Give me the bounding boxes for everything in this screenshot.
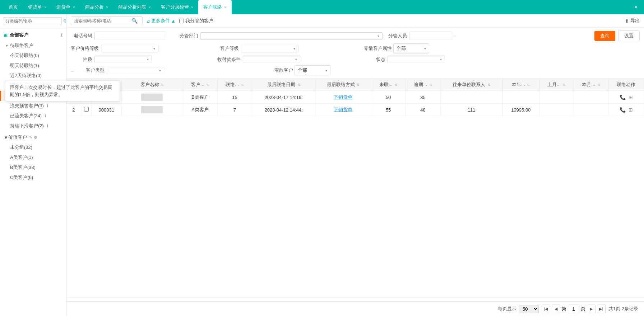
col-customer-type-header[interactable]: 客户... ⇅: [183, 79, 217, 91]
zero-retail-attr-select[interactable]: 全部 ▾: [393, 43, 429, 53]
nav-purchase-close[interactable]: ×: [73, 5, 75, 9]
filter-search-icon[interactable]: 🔍: [131, 18, 138, 24]
col-customer-type-sort-icon[interactable]: ⇅: [206, 83, 209, 87]
col-last-contact-date-sort-icon[interactable]: ⇅: [297, 83, 300, 87]
row2-grid-icon[interactable]: ⊞: [629, 107, 633, 113]
col-unit-contact-sort-icon[interactable]: ⇅: [487, 83, 490, 87]
sidebar-declining[interactable]: 持续下滑客户(2) ℹ: [0, 121, 66, 131]
sidebar-ungrouped[interactable]: 未分组(32): [0, 142, 66, 152]
col-contact-header[interactable]: 联络... ⇅: [217, 79, 252, 91]
nav-customer-contact[interactable]: 客户联络 ×: [198, 0, 231, 14]
nav-customer-tier-close[interactable]: ×: [191, 5, 193, 9]
row2-check[interactable]: [81, 104, 92, 116]
sidebar-lost-predicted[interactable]: 流失预警客户(3) ℹ: [0, 101, 66, 111]
settings-button[interactable]: 设置: [618, 30, 640, 41]
sidebar-all-customers[interactable]: ⊞ 全部客户 《: [0, 30, 66, 41]
export-btn[interactable]: ⬆ 导出: [625, 18, 640, 24]
nav-product-analysis-list[interactable]: 商品分析列表 ×: [113, 0, 156, 14]
c-class-label: C类客户(6): [10, 175, 33, 180]
col-name-sort-icon[interactable]: ⇅: [161, 83, 164, 87]
phone-input[interactable]: [94, 32, 166, 40]
info-icon4[interactable]: ℹ: [47, 124, 48, 128]
row1-contact-method-link[interactable]: 下销货单: [334, 94, 352, 100]
sidebar-value-group[interactable]: ▼ 价值客户 ✎ ⚙: [0, 132, 66, 142]
nav-product-analysis[interactable]: 商品分析 ×: [80, 0, 113, 14]
col-overdue-header[interactable]: 逾期... ⇅: [406, 79, 440, 91]
col-last-month-header[interactable]: 上月... ⇅: [539, 79, 574, 91]
col-this-year-header[interactable]: 本年... ⇅: [502, 79, 539, 91]
sidebar-a-class[interactable]: A类客户(1): [0, 152, 66, 162]
col-last-contact-method-header[interactable]: 最后联络方式 ⇅: [315, 79, 371, 91]
first-page-btn[interactable]: |◀: [542, 305, 550, 313]
window-close-button[interactable]: ×: [631, 4, 640, 10]
col-this-year-sort-icon[interactable]: ⇅: [527, 83, 530, 87]
nav-purchase[interactable]: 进货单 ×: [51, 0, 80, 14]
nav-customer-contact-close[interactable]: ×: [224, 5, 226, 9]
row1-last-contact-method[interactable]: 下销货单: [315, 91, 371, 104]
zero-retail-select2[interactable]: 全部 ▾: [295, 65, 330, 75]
page-number-input[interactable]: [568, 305, 579, 313]
col-last-contact-method-sort-icon[interactable]: ⇅: [357, 83, 360, 87]
nav-sales[interactable]: 销货单 ×: [23, 0, 51, 14]
col-uncontacted-header[interactable]: 未联... ⇅: [371, 79, 406, 91]
person-input[interactable]: [409, 32, 452, 40]
row2-checkbox[interactable]: [84, 107, 89, 112]
price-grade-select[interactable]: ▾: [101, 45, 158, 52]
col-this-month-header[interactable]: 本月... ⇅: [574, 79, 608, 91]
row1-grid-icon[interactable]: ⊞: [629, 94, 633, 100]
today-pending-label: 今天待联络(0): [10, 53, 39, 58]
col-overdue-sort-icon[interactable]: ⇅: [429, 83, 432, 87]
sidebar-search-icon[interactable]: 🔍: [63, 19, 66, 24]
sidebar-today-pending[interactable]: 今天待联络(0): [0, 51, 66, 61]
per-page-select[interactable]: 50 100 200: [519, 305, 539, 313]
dept-select[interactable]: ▾: [200, 32, 383, 40]
row2-contact-method-link[interactable]: 下销货单: [334, 107, 352, 112]
config-icon[interactable]: ⚙: [34, 135, 37, 140]
col-last-contact-date-header[interactable]: 最后联络日期 ⇅: [252, 79, 315, 91]
sidebar-b-class[interactable]: B类客户(33): [0, 162, 66, 173]
nav-customer-tier[interactable]: 客户分层经营 ×: [156, 0, 198, 14]
zero-retail-label2: 零散客户: [274, 67, 293, 74]
col-name-header[interactable]: 客户名称 ⇅: [121, 79, 183, 91]
col-contact-sort-icon[interactable]: ⇅: [241, 83, 244, 87]
horizontal-scrollbar[interactable]: [66, 297, 644, 301]
info-icon3[interactable]: ℹ: [45, 114, 46, 118]
sidebar-week-pending[interactable]: 近7天待联络(0): [0, 71, 66, 81]
query-button[interactable]: 查询: [594, 31, 615, 41]
grade-select[interactable]: ▾: [241, 45, 298, 52]
more-conditions-btn[interactable]: ⊿ 更多条件 ▲: [146, 18, 176, 24]
customer-type-select[interactable]: ▾: [107, 67, 164, 74]
status-select[interactable]: ▾: [388, 56, 445, 63]
search-input[interactable]: [74, 18, 131, 23]
col-this-month-sort-icon[interactable]: ⇅: [597, 83, 600, 87]
sidebar-already-lost[interactable]: 已流失客户(24) ℹ: [0, 111, 66, 121]
person-more-icon[interactable]: ···: [452, 33, 456, 38]
row2-contact-icon[interactable]: 📞: [620, 107, 626, 113]
nav-sales-close[interactable]: ×: [44, 5, 46, 9]
nav-product-analysis-list-close[interactable]: ×: [148, 5, 150, 9]
col-unit-contact-header[interactable]: 往来单位联系人 ⇅: [440, 79, 503, 91]
last-page-btn[interactable]: ▶|: [597, 305, 606, 313]
sidebar-collapse-btn[interactable]: 《: [59, 33, 62, 38]
col-uncontacted-sort-icon[interactable]: ⇅: [394, 83, 397, 87]
sidebar-search-input[interactable]: [3, 17, 62, 25]
row1-contact-icon[interactable]: 📞: [620, 94, 626, 100]
sidebar-pending-group[interactable]: ▼ 待联络客户: [0, 41, 66, 51]
declining-label: 持续下滑客户(2): [10, 123, 44, 128]
my-customers-checkbox[interactable]: [179, 19, 184, 23]
filter-row-1: 电话号码 分管部门 ▾ 分管人员 ··· 查询 设置: [71, 30, 640, 41]
sidebar-tomorrow-pending[interactable]: 明天待联络(1): [0, 61, 66, 71]
edit-icon[interactable]: ✎: [29, 135, 32, 140]
row2-last-contact-method[interactable]: 下销货单: [315, 104, 371, 116]
nav-product-analysis-close[interactable]: ×: [106, 5, 108, 9]
payment-terms-select[interactable]: ▾: [243, 56, 300, 63]
info-icon2[interactable]: ℹ: [47, 104, 48, 108]
sidebar-c-class[interactable]: C类客户(6): [0, 173, 66, 183]
nav-home[interactable]: 首页: [4, 0, 23, 14]
next-page-btn[interactable]: ▶: [587, 305, 596, 313]
gender-select[interactable]: ▾: [94, 56, 152, 63]
col-last-month-sort-icon[interactable]: ⇅: [563, 83, 566, 87]
my-customers-toggle[interactable]: 我分管的客户: [179, 18, 213, 24]
prev-page-btn[interactable]: ◀: [552, 305, 560, 313]
row4-more-btn[interactable]: ...: [71, 68, 74, 73]
